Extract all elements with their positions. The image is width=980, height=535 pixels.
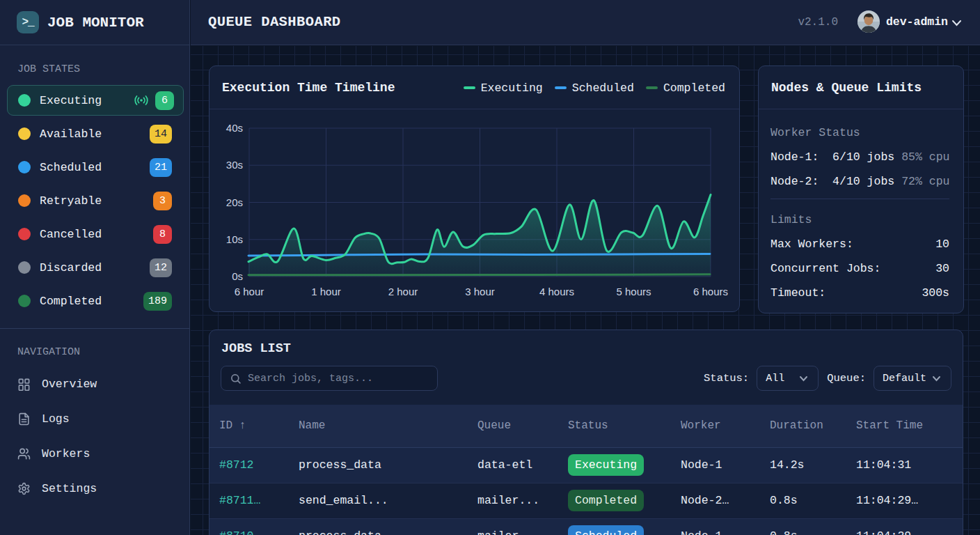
svg-text:40s: 40s [226, 122, 243, 134]
svg-text:1 hour: 1 hour [311, 286, 341, 297]
svg-text:30s: 30s [226, 159, 243, 171]
svg-text:6 hours: 6 hours [693, 286, 728, 297]
svg-text:6 hour: 6 hour [235, 286, 264, 297]
svg-text:0s: 0s [232, 270, 243, 282]
svg-text:4 hours: 4 hours [539, 286, 574, 297]
svg-text:2 hour: 2 hour [388, 286, 418, 297]
svg-text:3 hour: 3 hour [465, 286, 495, 297]
svg-text:10s: 10s [226, 233, 243, 245]
svg-text:5 hours: 5 hours [616, 286, 651, 297]
svg-text:20s: 20s [226, 196, 243, 208]
